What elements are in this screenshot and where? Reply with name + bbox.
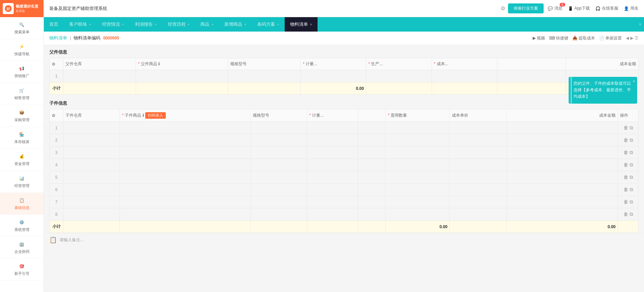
close-new-products-icon[interactable]: × — [244, 23, 246, 26]
child-unit-cost-1[interactable] — [450, 122, 506, 134]
child-product-1[interactable] — [120, 122, 250, 134]
child-quantity-5[interactable] — [386, 171, 450, 184]
child-unit-cost-8[interactable] — [450, 208, 506, 221]
copy-icon-8[interactable]: ⧉ — [630, 211, 633, 217]
child-spec-5[interactable] — [250, 171, 307, 184]
child-quantity-1[interactable] — [386, 122, 450, 134]
child-cost-amount-8[interactable] — [506, 208, 618, 221]
child-warehouse-5[interactable] — [63, 171, 120, 184]
child-spec-6[interactable] — [250, 184, 307, 196]
tab-bom[interactable]: 物料清单 × — [285, 17, 318, 32]
parent-cost-cell[interactable] — [432, 70, 497, 82]
child-warehouse-7[interactable] — [63, 196, 120, 208]
child-unit-1[interactable] — [307, 122, 358, 134]
child-unit-cost-3[interactable] — [450, 147, 506, 159]
child-unit-5[interactable] — [307, 171, 358, 184]
sidebar-item-enterprise[interactable]: 🏢 企业协同 — [0, 237, 44, 259]
child-cost-amount-4[interactable] — [506, 159, 618, 171]
child-product-3[interactable] — [120, 147, 250, 159]
child-quantity-3[interactable] — [386, 147, 450, 159]
sidebar-item-finance[interactable]: 💰 资金管理 — [0, 149, 44, 171]
child-spec-2[interactable] — [250, 134, 307, 147]
sidebar-item-purchase[interactable]: 📦 采购管理 — [0, 105, 44, 127]
sidebar-item-inventory[interactable]: 🏪 库存核算 — [0, 127, 44, 149]
child-cost-amount-6[interactable] — [506, 184, 618, 196]
child-cost-amount-3[interactable] — [506, 147, 618, 159]
child-product-6[interactable] — [120, 184, 250, 196]
close-profit-icon[interactable]: × — [155, 23, 157, 26]
action-extract-cost[interactable]: 📥 提取成本 — [572, 35, 595, 41]
delete-icon-8[interactable]: 🗑 — [623, 211, 628, 217]
sidebar-item-quick-nav[interactable]: ⚡ 快捷导航 — [0, 39, 44, 61]
sidebar-item-operations[interactable]: 📊 经营管理 — [0, 171, 44, 193]
scan-button[interactable]: 扫码录入 — [145, 112, 166, 119]
child-unit-2[interactable] — [307, 134, 358, 147]
tab-barcode[interactable]: 条码方案 × — [252, 17, 285, 32]
th-parent-settings[interactable]: ⚙ — [50, 58, 63, 70]
note-placeholder[interactable]: 请输入备注... — [60, 237, 84, 243]
child-warehouse-3[interactable] — [63, 147, 120, 159]
action-view[interactable]: ▶ 视频 — [533, 35, 545, 41]
child-spec-7[interactable] — [250, 196, 307, 208]
child-unit-6[interactable] — [307, 184, 358, 196]
delete-icon-4[interactable]: 🗑 — [623, 162, 628, 168]
close-products-icon[interactable]: × — [211, 23, 213, 26]
tab-new-products[interactable]: 新增商品 × — [219, 17, 252, 32]
child-quantity-6[interactable] — [386, 184, 450, 196]
close-operations-icon[interactable]: × — [122, 23, 124, 26]
child-unit-cost-4[interactable] — [450, 159, 506, 171]
parent-product-cell[interactable] — [136, 70, 228, 82]
sidebar-item-guide[interactable]: 🎯 新手引导 — [0, 259, 44, 281]
breadcrumb-parent[interactable]: 物料清单 — [49, 35, 67, 41]
tab-close-all[interactable]: × — [636, 17, 644, 32]
child-cost-amount-5[interactable] — [506, 171, 618, 184]
tab-history[interactable]: 经营历程 × — [162, 17, 195, 32]
child-product-5[interactable] — [120, 171, 250, 184]
sidebar-item-sales[interactable]: 🛒 销售管理 — [0, 83, 44, 105]
close-bom-icon[interactable]: × — [310, 23, 312, 26]
delete-icon-2[interactable]: 🗑 — [623, 137, 628, 143]
child-unit-7[interactable] — [307, 196, 358, 208]
action-single-setting[interactable]: 📄 单据设置 — [599, 35, 622, 41]
delete-icon-5[interactable]: 🗑 — [623, 174, 628, 180]
child-unit-cost-5[interactable] — [450, 171, 506, 184]
child-quantity-7[interactable] — [386, 196, 450, 208]
child-spec-3[interactable] — [250, 147, 307, 159]
tab-products[interactable]: 商品 × — [195, 17, 219, 32]
child-cost-amount-2[interactable] — [506, 134, 618, 147]
parent-unit-cell[interactable] — [301, 70, 366, 82]
trial-button[interactable]: 体验行业方案 — [508, 3, 544, 13]
close-barcode-icon[interactable]: × — [277, 23, 279, 26]
message-item[interactable]: 💬 消息 6 — [548, 5, 562, 11]
child-product-8[interactable] — [120, 208, 250, 221]
delete-icon-7[interactable]: 🗑 — [623, 199, 628, 205]
child-unit-3[interactable] — [307, 147, 358, 159]
child-warehouse-1[interactable] — [63, 122, 120, 134]
app-download-item[interactable]: 📱 App下载 — [568, 5, 590, 11]
tab-home[interactable]: 首页 — [44, 17, 64, 32]
nav-list-icon[interactable]: ☰ — [635, 36, 639, 40]
user-item[interactable]: 👤 用友 — [624, 5, 639, 11]
copy-icon-4[interactable]: ⧉ — [630, 162, 633, 168]
child-warehouse-4[interactable] — [63, 159, 120, 171]
copy-icon-3[interactable]: ⧉ — [630, 150, 633, 155]
delete-icon-3[interactable]: 🗑 — [623, 150, 628, 155]
sidebar-item-search[interactable]: 🔍 搜索菜单 — [0, 17, 44, 39]
child-unit-cost-7[interactable] — [450, 196, 506, 208]
child-quantity-2[interactable] — [386, 134, 450, 147]
th-child-settings[interactable]: ⚙ — [50, 109, 63, 122]
child-warehouse-6[interactable] — [63, 184, 120, 196]
copy-icon-7[interactable]: ⧉ — [630, 199, 633, 205]
tab-customer[interactable]: 客户联络 × — [64, 17, 97, 32]
parent-spec-cell[interactable] — [228, 70, 300, 82]
online-support-item[interactable]: 🎧 在线客服 — [595, 5, 618, 11]
child-spec-8[interactable] — [250, 208, 307, 221]
sidebar-item-marketing[interactable]: 📢 营销推广 — [0, 61, 44, 83]
child-warehouse-2[interactable] — [63, 134, 120, 147]
child-product-4[interactable] — [120, 159, 250, 171]
action-shortcut[interactable]: ⌨ 快捷键 — [549, 35, 568, 41]
nav-next-icon[interactable]: ▶ — [630, 36, 633, 40]
child-unit-4[interactable] — [307, 159, 358, 171]
close-customer-icon[interactable]: × — [89, 23, 91, 26]
sidebar-item-system[interactable]: ⚙️ 系统管理 — [0, 215, 44, 237]
